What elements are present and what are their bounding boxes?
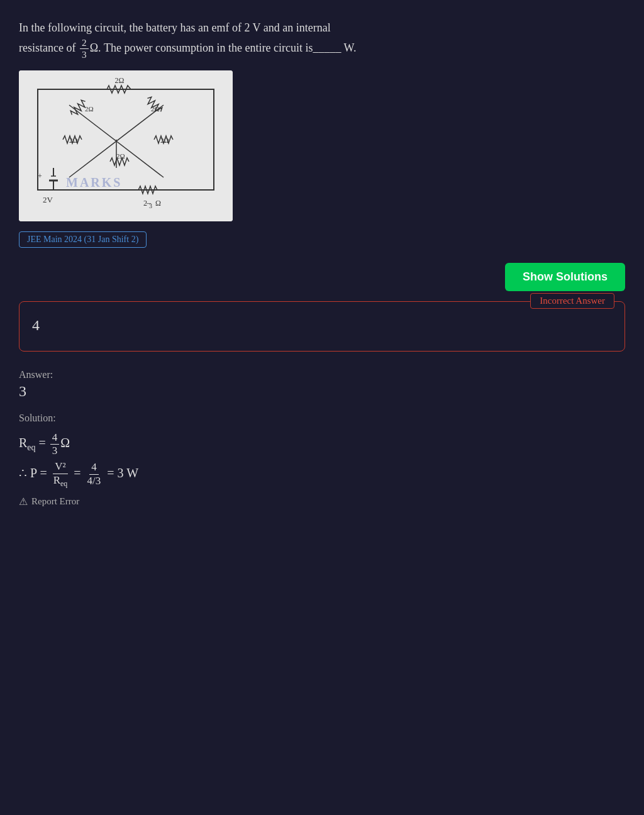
svg-text:MARKS: MARKS bbox=[66, 175, 122, 189]
question-text: In the following circuit, the battery ha… bbox=[19, 19, 625, 60]
solution-math: Req = 43Ω ∴ P = V²Req = 44/3 = 3 W bbox=[19, 430, 625, 488]
answer-label: Answer: bbox=[19, 369, 625, 380]
solution-label: Solution: bbox=[19, 413, 625, 424]
user-answer-value: 4 bbox=[32, 317, 612, 334]
correct-answer: 3 bbox=[19, 383, 625, 400]
answer-box-container: Incorrect Answer 4 bbox=[19, 301, 625, 352]
solution-section: Solution: Req = 43Ω ∴ P = V²Req = 44/3 =… bbox=[19, 413, 625, 488]
question-text-part2: resistance of bbox=[19, 42, 75, 54]
question-text-part1: In the following circuit, the battery ha… bbox=[19, 21, 331, 34]
circuit-diagram: 2Ω 2Ω 2Ω 2Ω 2Ω 2Ω + 2V bbox=[19, 70, 233, 221]
report-error-label: Report Error bbox=[31, 496, 79, 507]
incorrect-badge: Incorrect Answer bbox=[530, 293, 614, 309]
answer-section: Answer: 3 bbox=[19, 369, 625, 400]
svg-text:2Ω: 2Ω bbox=[85, 105, 94, 113]
resistance-fraction: 23Ω. The power consumption in the entire… bbox=[79, 42, 356, 54]
svg-text:2V: 2V bbox=[43, 195, 53, 204]
report-error-button[interactable]: ⚠ Report Error bbox=[19, 496, 625, 507]
warning-icon: ⚠ bbox=[19, 496, 28, 507]
svg-text:2Ω: 2Ω bbox=[115, 76, 125, 85]
exam-tag: JEE Main 2024 (31 Jan Shift 2) bbox=[19, 231, 147, 248]
show-solutions-button[interactable]: Show Solutions bbox=[505, 263, 625, 291]
svg-text:+: + bbox=[38, 172, 42, 180]
